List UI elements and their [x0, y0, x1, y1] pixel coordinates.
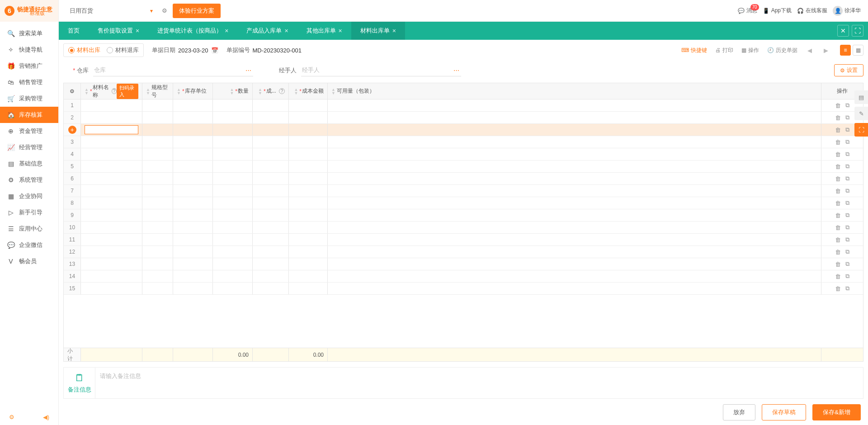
handler-field[interactable]: 经手人 经手人⋯	[271, 64, 461, 76]
col-amount[interactable]: ▲▼*成本金额	[289, 83, 328, 99]
nav-item[interactable]: ▦企业协同	[0, 188, 58, 204]
tab-close-all-button[interactable]: ✕	[837, 25, 849, 37]
nav-item[interactable]: 🛍销售管理	[0, 74, 58, 90]
more-icon[interactable]: ⋯	[453, 67, 460, 74]
cell-name[interactable]	[81, 112, 142, 123]
col-unit[interactable]: ▲▼*库存单位	[173, 83, 213, 99]
cell-name[interactable]	[81, 185, 142, 197]
delete-row-icon[interactable]: 🗑	[835, 224, 841, 231]
close-icon[interactable]: ×	[284, 27, 288, 34]
prev-doc-button[interactable]: ◀	[806, 47, 814, 54]
business-selector[interactable]: 日用百货 ▾	[66, 5, 156, 17]
radio-material-return[interactable]: 材料退库	[107, 46, 139, 54]
delete-row-icon[interactable]: 🗑	[835, 127, 841, 133]
save-new-button[interactable]: 保存&新增	[812, 404, 861, 420]
col-config[interactable]: ⚙	[64, 83, 81, 99]
operations-link[interactable]: ▦操作	[741, 47, 759, 54]
add-row-button[interactable]: +	[68, 126, 76, 134]
delete-row-icon[interactable]: 🗑	[835, 102, 841, 109]
tab[interactable]: 进货单统计表（按商品）×	[148, 22, 237, 40]
col-available[interactable]: ▲▼可用量（包装）	[328, 83, 821, 99]
nav-item[interactable]: 🏠库存核算	[0, 107, 58, 123]
copy-row-icon[interactable]: ⧉	[845, 199, 849, 207]
close-icon[interactable]: ×	[225, 27, 228, 34]
dock-item-3[interactable]: ⛶	[854, 123, 868, 137]
col-name[interactable]: ▲▼*材料名称?扫码录入	[81, 83, 142, 99]
nav-item[interactable]: ⚙系统管理	[0, 172, 58, 188]
dock-item-2[interactable]: ✎	[854, 107, 868, 120]
user-menu[interactable]: 👤 徐泽华	[833, 6, 861, 16]
tab[interactable]: 材料出库单×	[351, 22, 405, 40]
close-icon[interactable]: ×	[136, 27, 139, 34]
copy-row-icon[interactable]: ⧉	[845, 236, 849, 243]
copy-row-icon[interactable]: ⧉	[845, 212, 849, 219]
delete-row-icon[interactable]: 🗑	[835, 273, 841, 280]
tab[interactable]: 产成品入库单×	[237, 22, 297, 40]
warehouse-field[interactable]: 仓库 仓库⋯	[63, 64, 253, 76]
tab-expand-button[interactable]: ⛶	[852, 25, 863, 37]
cell-name[interactable]	[81, 258, 142, 270]
settings-icon[interactable]: ⚙	[9, 414, 14, 420]
copy-row-icon[interactable]: ⧉	[845, 260, 849, 268]
nav-item[interactable]: 🛒采购管理	[0, 90, 58, 107]
tab[interactable]: 售价提取设置×	[89, 22, 148, 40]
material-name-input[interactable]	[85, 125, 138, 134]
delete-row-icon[interactable]: 🗑	[835, 236, 841, 243]
nav-item[interactable]: ▤基础信息	[0, 156, 58, 172]
help-icon[interactable]: ?	[112, 88, 117, 94]
cell-name[interactable]	[81, 197, 142, 209]
view-card-button[interactable]: ▦	[853, 45, 863, 56]
history-link[interactable]: 🕘历史单据	[767, 47, 797, 54]
copy-row-icon[interactable]: ⧉	[845, 285, 849, 292]
copy-row-icon[interactable]: ⧉	[845, 248, 849, 255]
copy-row-icon[interactable]: ⧉	[845, 163, 849, 170]
copy-row-icon[interactable]: ⧉	[845, 187, 849, 194]
delete-row-icon[interactable]: 🗑	[835, 285, 841, 292]
close-icon[interactable]: ×	[392, 27, 396, 34]
cell-name[interactable]	[81, 173, 142, 184]
cell-name[interactable]	[81, 234, 142, 246]
tab[interactable]: 首页	[59, 22, 89, 40]
col-cost[interactable]: ▲▼*成... ?	[253, 83, 289, 99]
delete-row-icon[interactable]: 🗑	[835, 200, 841, 207]
customer-service-button[interactable]: 🎧 在线客服	[797, 7, 827, 14]
messages-button[interactable]: 💬 消息 70	[738, 7, 757, 14]
nav-item[interactable]: 📈经营管理	[0, 139, 58, 156]
nav-item[interactable]: 💬企业微信	[0, 237, 58, 253]
delete-row-icon[interactable]: 🗑	[835, 261, 841, 268]
dock-item-1[interactable]: ▤	[854, 90, 868, 104]
tab[interactable]: 其他出库单×	[297, 22, 351, 40]
next-doc-button[interactable]: ▶	[822, 47, 830, 54]
delete-row-icon[interactable]: 🗑	[835, 249, 841, 255]
cell-name[interactable]	[81, 148, 142, 160]
delete-row-icon[interactable]: 🗑	[835, 151, 841, 158]
nav-item[interactable]: 🎁营销推广	[0, 58, 58, 74]
remark-tab[interactable]: 🗒 备注信息	[64, 368, 95, 398]
print-link[interactable]: 🖨打印	[715, 47, 733, 54]
radio-material-out[interactable]: 材料出库	[68, 46, 100, 54]
save-draft-button[interactable]: 保存草稿	[762, 404, 806, 420]
copy-row-icon[interactable]: ⧉	[845, 114, 849, 121]
delete-row-icon[interactable]: 🗑	[835, 114, 841, 121]
nav-item[interactable]: V畅会员	[0, 253, 58, 269]
cell-name[interactable]	[81, 270, 142, 282]
collapse-icon[interactable]: ◀)	[43, 414, 49, 420]
scan-tag[interactable]: 扫码录入	[117, 84, 138, 99]
col-spec[interactable]: ▲▼规格型号	[142, 83, 173, 99]
cell-name[interactable]	[81, 283, 142, 294]
copy-row-icon[interactable]: ⧉	[845, 138, 849, 146]
delete-row-icon[interactable]: 🗑	[835, 212, 841, 219]
copy-row-icon[interactable]: ⧉	[845, 151, 849, 158]
delete-row-icon[interactable]: 🗑	[835, 163, 841, 170]
copy-row-icon[interactable]: ⧉	[845, 273, 849, 280]
settings-button[interactable]: ⚙设置	[834, 64, 863, 76]
cell-name[interactable]	[81, 99, 142, 111]
shortcut-link[interactable]: ⌨快捷键	[681, 47, 707, 54]
cell-name[interactable]	[81, 246, 142, 258]
help-icon[interactable]: ?	[279, 88, 285, 94]
nav-item[interactable]: 🔍搜索菜单	[0, 25, 58, 42]
delete-row-icon[interactable]: 🗑	[835, 175, 841, 182]
copy-row-icon[interactable]: ⧉	[845, 175, 849, 182]
nav-item[interactable]: ✧快捷导航	[0, 42, 58, 58]
remark-input[interactable]: 请输入备注信息	[95, 368, 863, 398]
